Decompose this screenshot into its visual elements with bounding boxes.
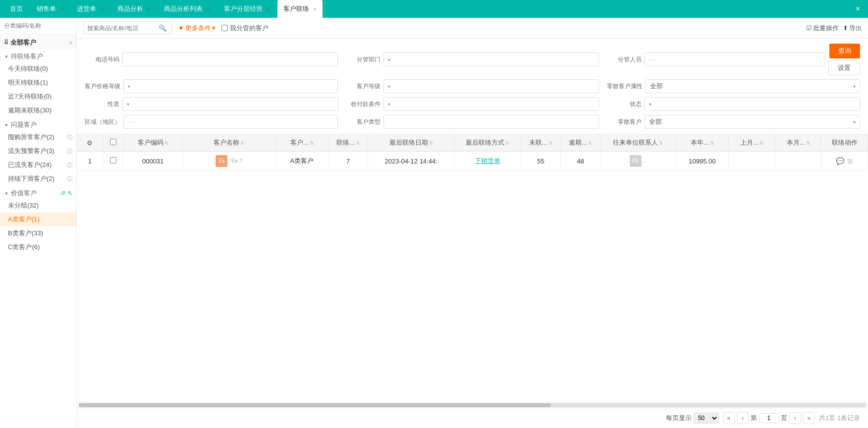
sidebar-item-declining[interactable]: 持续下滑客户(2) ⓘ [0,172,76,186]
sidebar-item-week-pending[interactable]: 近7天待联络(0) [0,90,76,104]
refresh-icon[interactable]: ↺ [60,190,65,197]
first-page-button[interactable]: « [723,412,735,424]
close-customer-segment-tab[interactable]: × [267,6,270,12]
last-page-button[interactable]: » [803,412,815,424]
table-container: ⚙ 客户编码 ⇅ 客户名称 [77,134,868,402]
row-checkbox[interactable] [110,157,116,163]
col-header-last-method[interactable]: 最后联络方式 ⇅ [454,134,521,152]
sidebar-item-class-b[interactable]: B类客户(33) [0,226,76,240]
sidebar-item-churn-warning[interactable]: 流失预警客户(3) ⓘ [0,144,76,158]
sidebar-group-pending[interactable]: ▼ 待联络客户 [0,49,76,62]
col-header-code[interactable]: 客户编码 ⇅ [123,134,183,152]
col-header-this-month[interactable]: 本月... ⇅ [775,134,821,152]
col-header-level[interactable]: 客户... ⇅ [275,134,328,152]
filter-input-price-level[interactable]: ▾ [123,79,338,93]
page-label: 第 [751,414,757,423]
nav-item-sales[interactable]: 销售单 × [31,0,69,18]
qrcode-action-icon[interactable]: ⊞ [847,157,853,165]
prev-page-button[interactable]: ‹ [737,412,749,424]
query-button[interactable]: 查询 [829,44,860,58]
my-customers-checkbox[interactable] [221,25,228,31]
chat-action-icon[interactable]: 💬 [836,157,844,165]
nav-item-customer-contact[interactable]: 客户联络 × [277,0,322,18]
filter-row-nature: 性质 ▾ [85,97,338,111]
search-icon[interactable]: 🔍 [159,24,166,32]
nav-item-product-analysis[interactable]: 商品分析 × [111,0,156,18]
content-area: 🔍 ▼ 更多条件 ▾ 我分管的客户 ☑ 批量操作 ⬆ 导出 [77,18,868,428]
col-header-this-year[interactable]: 本年... ⇅ [676,134,729,152]
sidebar-item-class-a[interactable]: A类客户(1) [0,213,76,226]
window-close-button[interactable]: × [852,4,864,13]
filter-label-manager: 分管人员 [607,55,642,64]
last-method-link[interactable]: 下销货单 [475,157,500,164]
info-icon-declining: ⓘ [67,175,72,183]
filter-input-payment[interactable]: ▾ [383,97,599,111]
filter-input-region[interactable]: ··· [123,115,338,129]
export-button[interactable]: ⬆ 导出 [843,24,862,33]
settings-button[interactable]: 设置 [828,60,860,75]
close-customer-contact-tab[interactable]: × [313,6,316,12]
gear-icon[interactable]: ⚙ [87,139,93,147]
page-size-select[interactable]: 10 20 50 100 [694,413,719,424]
more-conditions-button[interactable]: ▼ 更多条件 ▾ [178,24,216,33]
page-number-input[interactable] [759,413,779,423]
filter-input-nature[interactable]: ▾ [122,97,338,111]
sidebar-all-customers-label[interactable]: ⠿ 全部客户 [4,38,36,47]
col-header-overdue[interactable]: 逾期... ⇅ [561,134,600,152]
close-product-analysis-list-tab[interactable]: × [207,6,210,12]
next-page-button[interactable]: › [789,412,801,424]
table-row: 1 000031 Ea Ea ? A类客户 7 2023-04-12 14:44… [77,152,868,171]
sidebar-all-customers-header: ⠿ 全部客户 « [0,34,76,49]
close-sales-tab[interactable]: × [60,6,63,12]
page-size-selector: 每页显示 10 20 50 100 [666,413,719,424]
row-this-month [775,152,821,171]
col-header-unit-contacts[interactable]: 往来单位联系人 ⇅ [600,134,676,152]
col-header-last-month[interactable]: 上月... ⇅ [729,134,775,152]
row-last-method[interactable]: 下销货单 [454,152,521,171]
nav-item-product-analysis-list[interactable]: 商品分析列表 × [158,0,216,18]
col-header-checkbox[interactable] [103,134,123,152]
select-all-checkbox[interactable] [110,139,116,145]
nav-item-home[interactable]: 首页 [4,0,29,18]
sidebar-item-tomorrow-pending[interactable]: 明天待联络(1) [0,76,76,90]
pagination-bar: 每页显示 10 20 50 100 « ‹ 第 页 › » 共1页 1条记录 [77,408,868,428]
batch-operation-button[interactable]: ☑ 批量操作 [806,24,839,33]
close-product-analysis-tab[interactable]: × [147,6,150,12]
col-header-gear[interactable]: ⚙ [77,134,103,152]
col-header-contacts[interactable]: 联络... ⇅ [328,134,368,152]
edit-icon[interactable]: ✎ [67,190,72,197]
sidebar-search-input[interactable] [4,22,77,29]
filter-input-customer-type[interactable] [383,115,599,129]
nav-item-customer-segment[interactable]: 客户分层经营 × [218,0,275,18]
filter-input-manager[interactable]: ··· [645,53,825,66]
filter-input-dept[interactable]: ▾ [383,53,599,66]
filter-input-retail[interactable]: 全部 ▾ [645,115,860,129]
filter-input-retail-attr[interactable]: 全部 ▾ [646,79,860,93]
filter-input-phone[interactable] [122,53,338,66]
horizontal-scrollbar[interactable] [77,402,868,408]
search-input[interactable] [87,25,157,32]
sidebar-item-today-pending[interactable]: 今天待联络(0) [0,62,76,76]
row-this-year: 10995.00 [676,152,729,171]
col-header-no-contact[interactable]: 未联... ⇅ [521,134,560,152]
sidebar-item-overdue-pending[interactable]: 逾期未联络(30) [0,104,76,117]
sidebar-collapse-button[interactable]: « [69,39,72,46]
filter-row-dept: 分管部门 ▾ [346,44,599,75]
scrollbar-thumb[interactable] [79,403,551,407]
col-header-last-date[interactable]: 最后联络日期 ⇅ [368,134,454,152]
filter-input-status[interactable]: ▾ [645,97,860,111]
sidebar-item-churned[interactable]: 已流失客户(24) ⓘ [0,158,76,172]
sidebar-group-problems[interactable]: ▼ 问题客户 [0,117,76,130]
row-last-month [729,152,775,171]
filter-label-status: 状态 [607,100,642,108]
arrow-down-icon-dept: ▾ [388,57,390,62]
nav-item-purchase[interactable]: 进货单 × [71,0,109,18]
sidebar-item-hoard-abnormal[interactable]: 囤购异常客户(2) ⓘ [0,130,76,144]
sidebar-item-class-c[interactable]: C类客户(6) [0,240,76,254]
sidebar-item-ungrouped[interactable]: 未分组(32) [0,199,76,213]
filter-input-customer-level[interactable]: ▾ [383,79,599,93]
sidebar-group-value[interactable]: ▼ 价值客户 ↺ ✎ [0,186,76,199]
col-header-name[interactable]: 客户名称 ⇅ [183,134,275,152]
nav-label-product-analysis: 商品分析 [117,4,143,13]
close-purchase-tab[interactable]: × [100,6,103,12]
